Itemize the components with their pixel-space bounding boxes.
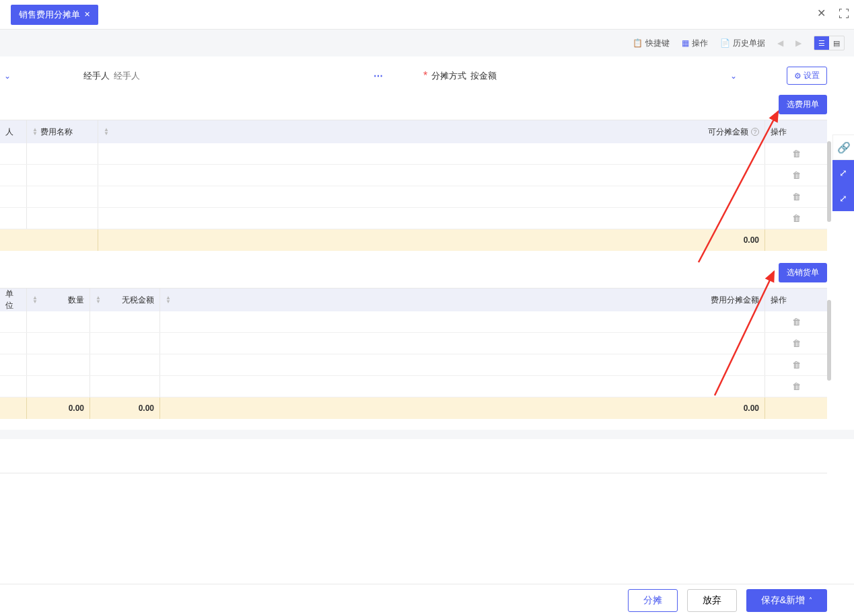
close-page-button[interactable]: ✕ [817,7,826,20]
scrollbar[interactable] [827,300,831,381]
trash-icon[interactable]: 🗑 [792,213,801,223]
fee-table: 人 ▲▼ 费用名称 ▲▼ 可分摊金额 ? 操作 🗑 🗑 🗑 🗑 0.00 [0,120,827,251]
col-unit: 单位 [5,288,21,311]
expand-button-2[interactable]: ⤢ [832,186,854,211]
trash-icon[interactable]: 🗑 [792,192,801,202]
table-row[interactable]: 🗑 [0,143,827,165]
divider-line [0,473,827,473]
handler-label: 经手人 [83,70,110,82]
allocate-button[interactable]: 分摊 [628,589,678,612]
table-row[interactable]: 🗑 [0,165,827,186]
col-fee-amount: 费用分摊金额 [711,295,759,306]
table-row[interactable]: 🗑 [0,333,827,354]
method-value[interactable]: 按金额 [470,70,726,82]
col-action: 操作 [771,295,787,306]
settings-button[interactable]: ⚙ 设置 [787,67,827,85]
table-row[interactable]: 🗑 [0,311,827,333]
notax-sum: 0.00 [139,403,154,413]
shortcut-button[interactable]: 📋 快捷键 [633,38,670,49]
select-sales-bill-button[interactable]: 选销货单 [779,263,827,282]
operate-button[interactable]: ▦ 操作 [682,38,708,49]
col-fee-name: 费用名称 [40,126,73,138]
list-view-icon[interactable]: ☰ [814,36,829,50]
handler-input[interactable] [114,71,369,81]
trash-icon[interactable]: 🗑 [792,381,801,391]
fullscreen-icon[interactable] [839,9,849,18]
table-row[interactable]: 🗑 [0,354,827,376]
next-icon[interactable]: ▶ [795,38,802,48]
grid-icon: ▦ [682,38,689,48]
sort-icon[interactable]: ▲▼ [104,128,109,136]
tab-sales-fee-allocation[interactable]: 销售费用分摊单 ✕ [11,5,98,25]
chevron-up-icon: ˄ [809,596,812,604]
table-row[interactable]: 🗑 [0,186,827,208]
table-sum-row: 0.00 0.00 0.00 [0,397,827,419]
sort-icon[interactable]: ▲▼ [96,296,101,304]
col-action: 操作 [771,126,787,138]
paperclip-icon: 🔗 [837,141,851,154]
sort-icon[interactable]: ▲▼ [32,128,38,136]
table-row[interactable]: 🗑 [0,376,827,397]
doc-icon: 📄 [720,38,730,48]
more-icon[interactable]: ⋯ [373,71,383,81]
sort-icon[interactable]: ▲▼ [32,296,38,304]
operate-label: 操作 [692,38,708,49]
col-qty: 数量 [68,295,84,306]
qty-sum: 0.00 [69,403,84,413]
col-ren: 人 [5,126,13,138]
grid-view-icon[interactable]: ▤ [829,36,844,50]
col-no-tax: 无税金额 [122,295,154,306]
help-icon[interactable]: ? [751,128,759,136]
fee-amount-sum: 0.00 [744,403,759,413]
trash-icon[interactable]: 🗑 [792,338,801,348]
history-button[interactable]: 📄 历史单据 [720,38,765,49]
required-star: * [423,70,427,82]
separator-band [0,430,854,439]
trash-icon[interactable]: 🗑 [792,149,801,159]
prev-icon[interactable]: ◀ [777,38,783,48]
expand-button-1[interactable]: ⤢ [832,160,854,186]
chevron-down-icon[interactable]: ⌄ [4,71,11,81]
shortcut-label: 快捷键 [645,38,670,49]
history-label: 历史单据 [733,38,765,49]
select-fee-bill-button[interactable]: 选费用单 [779,95,827,114]
table-sum-row: 0.00 [0,229,827,251]
trash-icon[interactable]: 🗑 [792,360,801,370]
view-toggle: ☰ ▤ [814,36,845,50]
attachment-button[interactable]: 🔗 [832,134,854,160]
expand-icon: ⤢ [839,193,847,204]
discard-button[interactable]: 放弃 [687,589,737,612]
save-and-new-label: 保存&新增 [761,594,805,607]
close-icon[interactable]: ✕ [84,10,90,19]
trash-icon[interactable]: 🗑 [792,170,801,180]
sort-icon[interactable]: ▲▼ [166,296,171,304]
save-and-new-button[interactable]: 保存&新增 ˄ [746,589,827,612]
tab-title: 销售费用分摊单 [19,9,80,21]
fee-sum-amount: 0.00 [744,235,759,245]
trash-icon[interactable]: 🗑 [792,317,801,327]
gear-icon: ⚙ [794,71,802,81]
expand-icon: ⤢ [839,167,847,178]
scrollbar[interactable] [827,141,831,222]
sales-table: 单位 ▲▼数量 ▲▼无税金额 ▲▼费用分摊金额 操作 🗑 🗑 🗑 🗑 0.00 … [0,288,827,419]
footer-actions: 分摊 放弃 保存&新增 ˄ [0,584,854,616]
chevron-down-icon[interactable]: ⌄ [730,71,737,81]
settings-label: 设置 [804,70,820,81]
method-label: 分摊方式 [431,70,466,82]
col-amount-label: 可分摊金额 [708,126,748,138]
table-row[interactable]: 🗑 [0,208,827,229]
clipboard-icon: 📋 [633,38,643,48]
